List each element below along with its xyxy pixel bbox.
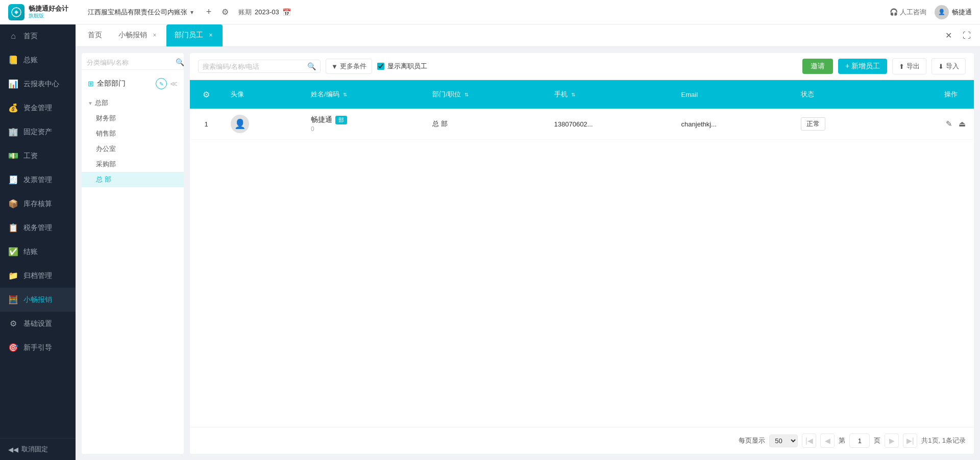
sidebar-item-guide[interactable]: 🎯 新手引导 (0, 336, 76, 360)
dept-child-purchase[interactable]: 采购部 (82, 157, 184, 172)
sidebar-item-expense[interactable]: 🧮 小畅报销 (0, 288, 76, 312)
top-header: 畅捷通好会计 旗舰版 江西服宝精品有限责任公司内账张 ▾ + ⚙ 账期 2023… (0, 0, 980, 24)
sidebar-label-expense: 小畅报销 (23, 295, 52, 304)
export-icon: ⬆ (899, 63, 904, 70)
main-layout: ⌂ 首页 📒 总账 📊 云报表中心 💰 资金管理 🏢 固定资产 💵 工资 🧾 发… (0, 24, 980, 460)
user-name: 畅捷通 (952, 8, 972, 17)
sidebar-label-settings: 基础设置 (23, 319, 52, 328)
emp-search-input[interactable] (203, 63, 304, 70)
page-last-button[interactable]: ▶| (903, 433, 917, 448)
logo-sub: 旗舰版 (29, 12, 68, 19)
search-icon[interactable]: 🔍 (307, 62, 316, 70)
delete-button[interactable]: ⏏ (959, 119, 966, 129)
emp-table-wrapper: ⚙ 头像 姓名/编码 ⇅ 部门/职位 ⇅ (190, 80, 974, 427)
tab-department-label: 部门员工 (175, 31, 203, 40)
sidebar-label-funds: 资金管理 (23, 104, 52, 113)
table-settings-icon[interactable]: ⚙ (198, 86, 214, 103)
import-button[interactable]: ⬇ 导入 (932, 58, 966, 74)
emp-toolbar: 🔍 ▼ 更多条件 显示离职员工 邀请 (190, 53, 974, 80)
sidebar-item-settings[interactable]: ⚙ 基础设置 (0, 312, 76, 336)
add-employee-label: + 新增员工 (845, 62, 880, 71)
logo-text: 畅捷通好会计 (29, 5, 68, 13)
sidebar-item-closing[interactable]: ✅ 结账 (0, 240, 76, 264)
sidebar-item-payroll[interactable]: 💵 工资 (0, 144, 76, 168)
tab-department[interactable]: 部门员工 × (166, 24, 223, 46)
calendar-icon[interactable]: 📅 (282, 8, 291, 16)
tab-expand-button[interactable]: ⛶ (960, 29, 974, 43)
dept-add-button[interactable]: ✎ (156, 78, 167, 89)
sort-icon-name: ⇅ (343, 92, 347, 97)
logo-area: 畅捷通好会计 旗舰版 (8, 4, 84, 20)
tab-expense[interactable]: 小畅报销 × (110, 24, 166, 46)
dept-child-office[interactable]: 办公室 (82, 141, 184, 157)
sidebar-item-ledger[interactable]: 📒 总账 (0, 48, 76, 72)
col-name-code[interactable]: 姓名/编码 ⇅ (303, 80, 424, 109)
row-status: 正常 (793, 109, 887, 140)
dept-tree: ⊞ 全部部门 ✎ ≪ ▼ 总部 财务部 (82, 70, 184, 454)
show-resigned-checkbox[interactable] (377, 63, 384, 70)
sidebar-label-home: 首页 (23, 32, 38, 41)
period-label: 账期 (238, 8, 252, 17)
sidebar-label-inventory: 库存核算 (23, 199, 52, 209)
col-avatar: 头像 (223, 80, 303, 109)
user-area[interactable]: 👤 畅捷通 (935, 5, 972, 19)
tab-close-all-button[interactable]: ✕ (941, 29, 955, 43)
dept-child-finance[interactable]: 财务部 (82, 111, 184, 126)
page-prev-button[interactable]: ◀ (820, 433, 835, 448)
invoices-icon: 🧾 (8, 175, 18, 185)
dept-parent-general[interactable]: ▼ 总部 (82, 95, 184, 111)
cancel-pin-label: 取消固定 (21, 445, 48, 454)
dept-collapse-icon[interactable]: ≪ (170, 80, 178, 88)
sidebar-item-funds[interactable]: 💰 资金管理 (0, 96, 76, 120)
col-phone[interactable]: 手机 ⇅ (546, 80, 673, 109)
invite-label: 邀请 (811, 62, 825, 70)
sidebar-label-reports: 云报表中心 (23, 80, 59, 89)
employee-name: 畅捷通 (311, 115, 332, 124)
row-email: chanjethkj... (673, 109, 793, 140)
col-dept-pos[interactable]: 部门/职位 ⇅ (424, 80, 546, 109)
dept-search-input[interactable] (87, 59, 173, 66)
employee-avatar: 👤 (231, 115, 249, 133)
export-button[interactable]: ⬆ 导出 (892, 58, 926, 74)
reports-icon: 📊 (8, 79, 18, 89)
avatar: 👤 (935, 5, 949, 19)
company-selector[interactable]: 江西服宝精品有限责任公司内账张 ▾ (84, 6, 198, 19)
tab-home[interactable]: 首页 (80, 24, 110, 46)
page-next-button[interactable]: ▶ (885, 433, 899, 448)
dept-search-icon[interactable]: 🔍 (176, 58, 184, 66)
filter-button[interactable]: ▼ 更多条件 (326, 59, 372, 74)
edit-button[interactable]: ✎ (946, 119, 952, 129)
sidebar-item-reports[interactable]: 📊 云报表中心 (0, 72, 76, 96)
archive-icon: 📁 (8, 271, 18, 280)
sidebar-label-archive: 归档管理 (23, 271, 52, 280)
show-resigned-text: 显示离职员工 (387, 62, 427, 71)
sidebar-item-assets[interactable]: 🏢 固定资产 (0, 120, 76, 144)
dept-all-button[interactable]: ⊞ 全部部门 ✎ ≪ (82, 74, 184, 93)
dept-child-sales[interactable]: 销售部 (82, 126, 184, 141)
sidebar-item-inventory[interactable]: 📦 库存核算 (0, 192, 76, 216)
employee-badge: 部 (335, 116, 347, 124)
assets-icon: 🏢 (8, 127, 18, 137)
invite-button[interactable]: 邀请 (802, 59, 833, 74)
sidebar-item-archive[interactable]: 📁 归档管理 (0, 264, 76, 288)
support-button[interactable]: 🎧 人工咨询 (890, 8, 926, 17)
page-first-button[interactable]: |◀ (802, 433, 816, 448)
sidebar-item-home[interactable]: ⌂ 首页 (0, 24, 76, 48)
dept-child-hq[interactable]: 总 部 (82, 172, 184, 187)
header-settings-icon[interactable]: ⚙ (218, 5, 232, 19)
per-page-select[interactable]: 50 20 100 (769, 435, 798, 447)
row-name-code: 畅捷通 部 0 (303, 109, 424, 140)
add-employee-button[interactable]: + 新增员工 (838, 59, 887, 74)
page-number-input[interactable] (849, 433, 870, 448)
sidebar-label-guide: 新手引导 (23, 343, 52, 352)
sidebar-item-tax[interactable]: 📋 税务管理 (0, 216, 76, 240)
period-value: 2023-03 (255, 8, 279, 16)
row-index: 1 (190, 109, 223, 140)
add-tab-button[interactable]: + (202, 5, 216, 19)
cancel-pin-button[interactable]: ◀◀ 取消固定 (8, 445, 67, 454)
per-page-label: 每页显示 (739, 436, 765, 445)
tab-department-close[interactable]: × (207, 32, 214, 39)
tab-expense-close[interactable]: × (151, 32, 158, 39)
sidebar-item-invoices[interactable]: 🧾 发票管理 (0, 168, 76, 192)
page-label: 第 (839, 436, 845, 445)
